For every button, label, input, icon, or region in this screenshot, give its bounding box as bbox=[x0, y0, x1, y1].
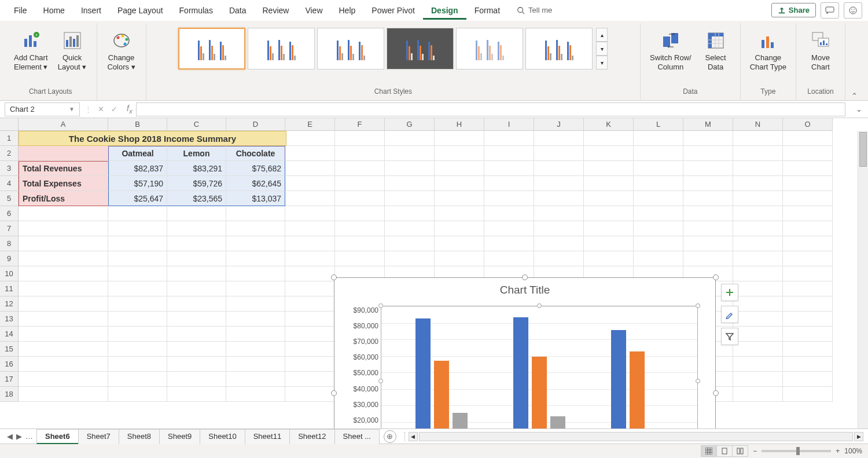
cell-l7[interactable] bbox=[634, 221, 683, 236]
cell-m6[interactable] bbox=[683, 206, 733, 221]
cell-b3[interactable]: $82,837 bbox=[108, 161, 167, 176]
sheet-tab-sheet6[interactable]: Sheet6 bbox=[36, 429, 79, 444]
cell-i6[interactable] bbox=[484, 206, 534, 221]
cell-h1[interactable] bbox=[435, 131, 484, 146]
row-header-18[interactable]: 18 bbox=[0, 387, 19, 402]
cell-k1[interactable] bbox=[584, 131, 634, 146]
cell-e11[interactable] bbox=[285, 281, 335, 296]
cell-b4[interactable]: $57,190 bbox=[108, 176, 167, 191]
sheet-nav-prev[interactable]: ◀ bbox=[7, 432, 13, 441]
cell-h2[interactable] bbox=[435, 146, 484, 161]
cancel-formula-icon[interactable]: ✕ bbox=[98, 105, 104, 113]
cell-e10[interactable] bbox=[285, 266, 335, 281]
col-header-m[interactable]: M bbox=[683, 118, 733, 131]
hscroll-right[interactable]: ▶ bbox=[854, 432, 863, 441]
tab-help[interactable]: Help bbox=[331, 1, 364, 20]
horizontal-scrollbar[interactable] bbox=[419, 432, 853, 441]
sheet-tab-sheet12[interactable]: Sheet12 bbox=[289, 429, 334, 444]
cell-f3[interactable] bbox=[335, 161, 385, 176]
cell-a6[interactable] bbox=[19, 206, 108, 221]
chart-style-scroll[interactable]: ▴▾▾ bbox=[596, 28, 608, 69]
cell-g5[interactable] bbox=[385, 191, 435, 206]
cell-c8[interactable] bbox=[167, 236, 226, 251]
cell-l6[interactable] bbox=[634, 206, 683, 221]
chart-style-1[interactable] bbox=[178, 28, 245, 69]
row-header-14[interactable]: 14 bbox=[0, 327, 19, 342]
change-colors-button[interactable]: Change Colors ▾ bbox=[104, 28, 139, 74]
cell-l1[interactable] bbox=[634, 131, 683, 146]
cell-o3[interactable] bbox=[783, 161, 833, 176]
cell-a16[interactable] bbox=[19, 357, 108, 372]
cell-a10[interactable] bbox=[19, 266, 108, 281]
row-header-15[interactable]: 15 bbox=[0, 342, 19, 357]
cell-m2[interactable] bbox=[683, 146, 733, 161]
cell-e3[interactable] bbox=[285, 161, 335, 176]
cell-o10[interactable] bbox=[783, 266, 833, 281]
tab-formulas[interactable]: Formulas bbox=[171, 1, 221, 20]
sheet-nav-more[interactable]: … bbox=[25, 432, 33, 441]
cell-h9[interactable] bbox=[435, 251, 484, 266]
cell-e18[interactable] bbox=[285, 387, 335, 402]
cell-f7[interactable] bbox=[335, 221, 385, 236]
cell-d7[interactable] bbox=[226, 221, 285, 236]
cell-m3[interactable] bbox=[683, 161, 733, 176]
chart-plot-area[interactable]: $90,000$80,000$70,000$60,000$50,000$40,0… bbox=[381, 306, 698, 428]
row-header-7[interactable]: 7 bbox=[0, 221, 19, 236]
add-chart-element-button[interactable]: + Add Chart Element ▾ bbox=[12, 28, 50, 74]
col-header-c[interactable]: C bbox=[167, 118, 226, 131]
cell-d2[interactable]: Chocolate bbox=[226, 146, 285, 161]
cell-f2[interactable] bbox=[335, 146, 385, 161]
cell-e9[interactable] bbox=[285, 251, 335, 266]
cell-d3[interactable]: $75,682 bbox=[226, 161, 285, 176]
tab-page-layout[interactable]: Page Layout bbox=[109, 1, 171, 20]
cell-n18[interactable] bbox=[733, 387, 783, 402]
cell-a11[interactable] bbox=[19, 281, 108, 296]
cell-n1[interactable] bbox=[733, 131, 783, 146]
cell-m7[interactable] bbox=[683, 221, 733, 236]
title-cell[interactable]: The Cookie Shop 2018 Income Summary bbox=[19, 131, 286, 146]
cell-c4[interactable]: $59,726 bbox=[167, 176, 226, 191]
cell-e5[interactable] bbox=[285, 191, 335, 206]
chart-styles-button[interactable] bbox=[721, 306, 738, 323]
cell-k6[interactable] bbox=[584, 206, 634, 221]
view-page-break-button[interactable] bbox=[732, 445, 748, 457]
cell-k9[interactable] bbox=[584, 251, 634, 266]
cell-j3[interactable] bbox=[534, 161, 584, 176]
cell-d6[interactable] bbox=[226, 206, 285, 221]
row-header-5[interactable]: 5 bbox=[0, 191, 19, 206]
cell-d13[interactable] bbox=[226, 312, 285, 327]
cell-e13[interactable] bbox=[285, 312, 335, 327]
col-header-h[interactable]: H bbox=[435, 118, 484, 131]
cell-o18[interactable] bbox=[783, 387, 833, 402]
cell-b7[interactable] bbox=[108, 221, 167, 236]
row-header-16[interactable]: 16 bbox=[0, 357, 19, 372]
cell-m5[interactable] bbox=[683, 191, 733, 206]
cell-g9[interactable] bbox=[385, 251, 435, 266]
cell-g3[interactable] bbox=[385, 161, 435, 176]
formula-input[interactable] bbox=[136, 102, 845, 116]
cell-g7[interactable] bbox=[385, 221, 435, 236]
cell-b12[interactable] bbox=[108, 296, 167, 312]
share-button[interactable]: Share bbox=[771, 3, 816, 17]
cell-o15[interactable] bbox=[783, 342, 833, 357]
cell-e15[interactable] bbox=[285, 342, 335, 357]
cell-n9[interactable] bbox=[733, 251, 783, 266]
col-header-o[interactable]: O bbox=[783, 118, 833, 131]
cell-d12[interactable] bbox=[226, 296, 285, 312]
chart-elements-button[interactable] bbox=[721, 284, 738, 301]
cell-l2[interactable] bbox=[634, 146, 683, 161]
accept-formula-icon[interactable]: ✓ bbox=[111, 105, 117, 113]
col-header-j[interactable]: J bbox=[534, 118, 584, 131]
switch-row-column-button[interactable]: Switch Row/ Column bbox=[648, 28, 694, 74]
cell-d16[interactable] bbox=[226, 357, 285, 372]
zoom-out-button[interactable]: − bbox=[753, 447, 757, 455]
cell-n8[interactable] bbox=[733, 236, 783, 251]
chart-style-5[interactable] bbox=[456, 28, 523, 69]
cell-o2[interactable] bbox=[783, 146, 833, 161]
feedback-button[interactable] bbox=[844, 2, 862, 19]
cell-c11[interactable] bbox=[167, 281, 226, 296]
sheet-tab-sheet10[interactable]: Sheet10 bbox=[200, 429, 245, 444]
cell-j6[interactable] bbox=[534, 206, 584, 221]
row-header-10[interactable]: 10 bbox=[0, 266, 19, 281]
select-all-corner[interactable] bbox=[0, 118, 19, 131]
